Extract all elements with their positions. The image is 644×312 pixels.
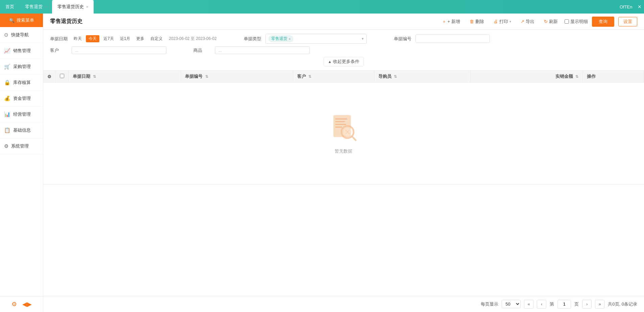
refresh-button[interactable]: ↻ 刷新 <box>541 17 560 26</box>
col-customer-sort-icon[interactable]: ⇅ <box>308 74 311 79</box>
audio-bottom-icon[interactable]: ◀▶ <box>22 300 32 308</box>
brand-text: OfTEn <box>620 4 633 9</box>
column-checkbox[interactable] <box>56 71 69 83</box>
tab-retail-return-history[interactable]: 零售退货历史 × <box>52 0 93 14</box>
sidebar-item-basic-info[interactable]: 📋 基础信息 <box>0 122 43 138</box>
export-button[interactable]: ↗ 导出 <box>518 17 537 26</box>
date-filter-label: 单据日期 <box>50 36 69 42</box>
sidebar-item-purchase-mgmt-label: 采购管理 <box>13 64 31 70</box>
goods-placeholder: ... <box>218 48 222 53</box>
close-tab-retail-return[interactable]: × <box>45 5 47 9</box>
date-option-1month[interactable]: 近1月 <box>118 35 133 42</box>
sidebar-item-basic-info-label: 基础信息 <box>13 127 31 133</box>
date-option-7days[interactable]: 近7天 <box>101 35 116 42</box>
svg-rect-2 <box>335 121 345 122</box>
current-page-input[interactable] <box>557 300 571 309</box>
total-records-text: 共0页, 0条记录 <box>608 301 637 307</box>
filter-row-1: 单据日期 昨天 今天 近7天 近1月 更多 自定义 2023-06-02 至 2… <box>50 34 637 44</box>
show-detail-wrapper[interactable]: 显示明细 <box>565 19 588 25</box>
close-tab-retail-return-history[interactable]: × <box>86 5 88 9</box>
select-all-checkbox[interactable] <box>60 74 64 78</box>
page-title: 零售退货历史 <box>50 18 82 25</box>
col-doc-no-sort-icon[interactable]: ⇅ <box>205 74 208 79</box>
tab-retail-return[interactable]: 零售退货 × <box>20 0 52 14</box>
date-option-today[interactable]: 今天 <box>86 35 99 42</box>
sidebar-item-purchase-mgmt[interactable]: 🛒 采购管理 <box>0 59 43 75</box>
next-page-icon: › <box>586 302 588 307</box>
svg-rect-3 <box>335 124 346 125</box>
empty-state-cell: 暂无数据 <box>43 83 644 184</box>
col-guide-label: 导购员 <box>378 74 391 79</box>
goods-select[interactable]: ... <box>215 46 310 54</box>
sidebar: 🔍 搜索菜单 ⊙ 快捷导航 📈 销售管理 🛒 采购管理 🔒 库存核算 💰 资金管… <box>0 14 43 312</box>
date-option-custom[interactable]: 自定义 <box>148 35 165 42</box>
sidebar-search[interactable]: 🔍 搜索菜单 <box>0 14 43 27</box>
col-doc-date-sort-icon[interactable]: ⇅ <box>93 74 96 79</box>
last-page-button[interactable]: » <box>595 300 604 309</box>
table-area: ⚙ 单据日期 ⇅ 单据编号 ⇅ <box>43 71 644 296</box>
page-header: 零售退货历史 ＋ + 新增 🗑 删除 🖨 打印 ▾ ↗ 导出 <box>43 14 644 30</box>
customer-select[interactable]: ... <box>72 46 166 54</box>
column-settings[interactable]: ⚙ <box>43 71 56 83</box>
goods-label: 商品 <box>193 47 212 53</box>
collapse-button[interactable]: ▲ 收起更多条件 <box>324 57 364 66</box>
collapse-label: 收起更多条件 <box>333 59 359 65</box>
date-option-more[interactable]: 更多 <box>134 35 146 42</box>
sidebar-search-label: 搜索菜单 <box>17 17 34 23</box>
settings-bottom-icon[interactable]: ⚙ <box>11 300 17 308</box>
tab-home[interactable]: 首页 <box>0 0 20 14</box>
doc-type-tag-text: 零售退货 <box>271 36 287 42</box>
search-icon: 🔍 <box>9 18 15 23</box>
sidebar-item-system-mgmt[interactable]: ⚙ 系统管理 <box>0 138 43 154</box>
customer-filter-group: 客户 ... <box>50 46 166 54</box>
new-button[interactable]: ＋ + 新增 <box>439 17 463 26</box>
doc-type-label: 单据类型 <box>244 36 263 42</box>
window-close-button[interactable]: × <box>638 3 641 10</box>
col-actual-amount-label: 实销金额 <box>555 74 573 79</box>
top-nav-bar: 首页 零售退货 × 零售退货历史 × OfTEn × <box>0 0 644 14</box>
settings-button[interactable]: 设置 <box>618 17 637 26</box>
column-guide: 导购员 ⇅ <box>374 71 471 83</box>
date-option-yesterday[interactable]: 昨天 <box>72 35 84 42</box>
sidebar-item-inventory[interactable]: 🔒 库存核算 <box>0 75 43 91</box>
sidebar-item-inventory-label: 库存核算 <box>13 80 31 86</box>
column-actions: 操作 <box>583 71 644 83</box>
empty-state-icon <box>327 112 360 143</box>
first-page-button[interactable]: « <box>524 300 533 309</box>
query-button[interactable]: 查询 <box>592 17 614 27</box>
sidebar-item-quick-nav[interactable]: ⊙ 快捷导航 <box>0 27 43 43</box>
page-size-select[interactable]: 10 20 50 100 <box>502 300 521 308</box>
col-actual-amount-sort-icon[interactable]: ⇅ <box>575 74 578 79</box>
sidebar-item-operation-mgmt[interactable]: 📊 经营管理 <box>0 107 43 122</box>
print-button[interactable]: 🖨 打印 ▾ <box>491 17 514 26</box>
date-filter-group: 单据日期 昨天 今天 近7天 近1月 更多 自定义 2023-06-02 至 2… <box>50 35 217 42</box>
column-actual-amount: 实销金额 ⇅ <box>471 71 583 83</box>
finance-icon: 💰 <box>4 95 10 102</box>
page-suffix-label: 页 <box>574 301 579 307</box>
col-guide-sort-icon[interactable]: ⇅ <box>394 74 397 79</box>
doc-type-tag: 零售退货 × <box>268 35 293 42</box>
show-detail-label: 显示明细 <box>570 19 588 25</box>
doc-no-input[interactable] <box>415 35 490 43</box>
empty-state-row: 暂无数据 <box>43 83 644 184</box>
export-label: 导出 <box>526 19 534 25</box>
sidebar-item-finance-mgmt[interactable]: 💰 资金管理 <box>0 91 43 107</box>
tab-home-label: 首页 <box>5 4 14 10</box>
doc-type-select[interactable]: 零售退货 × ▾ <box>265 34 367 44</box>
doc-type-tag-close[interactable]: × <box>289 37 291 41</box>
delete-button[interactable]: 🗑 删除 <box>467 17 487 26</box>
system-mgmt-icon: ⚙ <box>4 143 8 149</box>
prev-page-button[interactable]: ‹ <box>537 300 546 309</box>
show-detail-checkbox[interactable] <box>565 19 569 24</box>
empty-state: 暂无数据 <box>47 85 640 181</box>
next-page-button[interactable]: › <box>582 300 592 309</box>
table-settings-icon[interactable]: ⚙ <box>47 74 51 79</box>
svg-line-7 <box>352 136 356 140</box>
new-label: + 新增 <box>448 19 460 25</box>
sidebar-item-sales-mgmt[interactable]: 📈 销售管理 <box>0 43 43 59</box>
delete-label: 删除 <box>475 19 484 25</box>
sidebar-item-sales-mgmt-label: 销售管理 <box>13 48 31 54</box>
sidebar-item-finance-mgmt-label: 资金管理 <box>13 95 31 102</box>
customer-placeholder: ... <box>75 48 78 53</box>
tab-retail-return-history-label: 零售退货历史 <box>57 4 84 10</box>
